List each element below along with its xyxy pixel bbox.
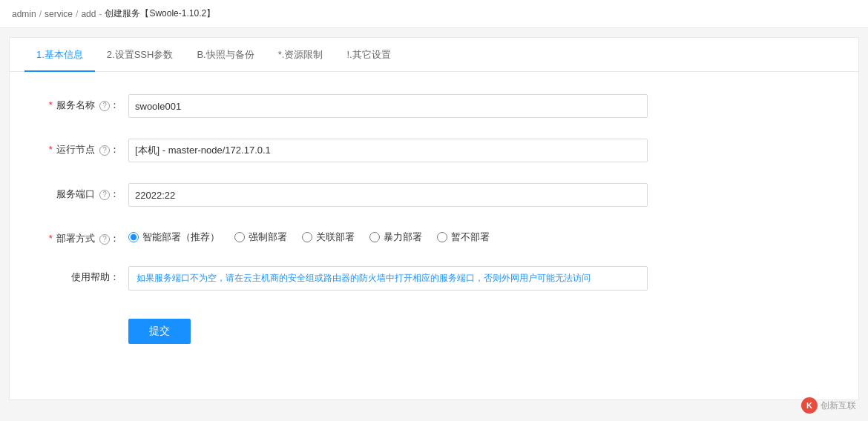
breadcrumb-admin[interactable]: admin — [12, 9, 36, 19]
service-port-control — [128, 183, 648, 207]
label-run-node: * 运行节点 ?： — [39, 139, 128, 156]
form-row-service-name: * 服务名称 ?： — [10, 94, 858, 118]
label-service-name: * 服务名称 ?： — [39, 94, 128, 112]
run-node-input[interactable] — [128, 139, 648, 162]
breadcrumb-add: add — [81, 9, 96, 19]
radio-group-deploy: 智能部署（推荐） 强制部署 关联部署 暴力部署 — [128, 228, 648, 244]
radio-label-smart: 智能部署（推荐） — [142, 231, 220, 244]
tab-bar: 1.基本信息 2.设置SSH参数 B.快照与备份 *.资源限制 !.其它设置 — [10, 38, 858, 72]
submit-button[interactable]: 提交 — [128, 319, 191, 344]
radio-label-related: 关联部署 — [316, 231, 355, 244]
radio-input-nodelay[interactable] — [437, 232, 447, 242]
breadcrumb-dash: - — [99, 9, 102, 19]
service-name-control — [128, 94, 648, 118]
main-content: 1.基本信息 2.设置SSH参数 B.快照与备份 *.资源限制 !.其它设置 *… — [9, 37, 859, 400]
help-text-control: 如果服务端口不为空，请在云主机商的安全组或路由器的防火墙中打开相应的服务端口，否… — [128, 266, 648, 291]
radio-force[interactable]: 强制部署 — [234, 231, 287, 244]
breadcrumb-sep-1: / — [39, 9, 42, 19]
tab-ssh[interactable]: 2.设置SSH参数 — [95, 38, 185, 72]
label-deploy-mode: * 部署方式 ?： — [39, 228, 128, 245]
help-text-content: 如果服务端口不为空，请在云主机商的安全组或路由器的防火墙中打开相应的服务端口，否… — [128, 266, 648, 291]
service-port-input[interactable] — [128, 183, 648, 207]
tab-resource[interactable]: *.资源限制 — [266, 38, 335, 72]
form-row-service-port: 服务端口 ?： — [10, 183, 858, 207]
help-icon-service-port[interactable]: ? — [99, 190, 110, 200]
radio-input-force[interactable] — [234, 232, 245, 242]
logo-icon: K — [801, 397, 818, 414]
help-icon-run-node[interactable]: ? — [99, 145, 110, 156]
breadcrumb-title: 创建服务【Swoole-1.10.2】 — [105, 7, 215, 20]
required-star: * — [49, 99, 53, 110]
radio-label-nodelay: 暂不部署 — [451, 231, 490, 244]
radio-input-related[interactable] — [302, 232, 312, 242]
tab-snapshot[interactable]: B.快照与备份 — [185, 38, 266, 72]
breadcrumb-sep-2: / — [76, 9, 78, 19]
label-service-port: 服务端口 ?： — [39, 183, 128, 201]
service-name-input[interactable] — [128, 94, 648, 118]
radio-label-force: 强制部署 — [249, 231, 287, 244]
form-row-deploy-mode: * 部署方式 ?： 智能部署（推荐） 强制部署 关联部署 — [10, 228, 858, 245]
required-star-3: * — [49, 233, 53, 244]
logo-text: 创新互联 — [821, 400, 856, 412]
radio-brutal[interactable]: 暴力部署 — [369, 231, 422, 244]
radio-input-smart[interactable] — [128, 232, 139, 242]
help-icon-deploy-mode[interactable]: ? — [99, 234, 110, 245]
submit-row: 提交 — [10, 311, 858, 351]
form-row-help: 使用帮助： 如果服务端口不为空，请在云主机商的安全组或路由器的防火墙中打开相应的… — [10, 266, 858, 291]
form-area: * 服务名称 ?： * 运行节点 ?： 服务端口 ?： — [10, 72, 858, 374]
required-star-2: * — [49, 144, 53, 155]
label-help: 使用帮助： — [39, 266, 128, 284]
radio-smart[interactable]: 智能部署（推荐） — [128, 231, 220, 244]
bottom-logo: K 创新互联 — [801, 397, 856, 414]
deploy-mode-control: 智能部署（推荐） 强制部署 关联部署 暴力部署 — [128, 228, 648, 244]
tab-basic[interactable]: 1.基本信息 — [24, 38, 95, 72]
breadcrumb-service[interactable]: service — [45, 9, 73, 19]
radio-label-brutal: 暴力部署 — [384, 231, 422, 244]
form-row-run-node: * 运行节点 ?： — [10, 139, 858, 162]
breadcrumb-bar: admin / service / add - 创建服务【Swoole-1.10… — [0, 0, 868, 28]
run-node-control — [128, 139, 648, 162]
help-icon-service-name[interactable]: ? — [99, 101, 110, 111]
radio-nodelay[interactable]: 暂不部署 — [437, 231, 490, 244]
tab-other[interactable]: !.其它设置 — [335, 38, 402, 72]
radio-related[interactable]: 关联部署 — [302, 231, 355, 244]
radio-input-brutal[interactable] — [369, 232, 380, 242]
